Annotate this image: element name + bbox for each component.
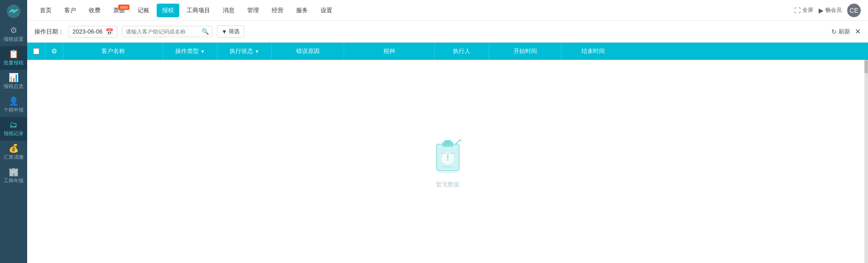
sidebar-logo (0, 0, 27, 23)
th-zhixingzhuangtai[interactable]: 执行状态 ▼ (217, 43, 272, 60)
member-label: 畅会员 (825, 6, 842, 14)
settings-icon: ⚙ (51, 47, 57, 55)
content-area: 操作日期： 2023-06-06 📅 🔍 ▼ 筛选 ↻ 刷新 (27, 21, 868, 263)
sidebar-item-piliangbaoshui[interactable]: 📋 批量报税 (0, 46, 27, 70)
fullscreen-label: 全屏 (802, 6, 813, 14)
th-caozuoleixing[interactable]: 操作类型 ▼ (163, 43, 217, 60)
gongshangnianba-icon: 🏢 (9, 168, 19, 176)
th-shuizhong: 税种 (344, 43, 435, 60)
nav-shouye[interactable]: 首页 (34, 4, 57, 17)
fullscreen-button[interactable]: ⛶ 全屏 (794, 6, 813, 14)
member-button[interactable]: ▶ 畅会员 (819, 6, 842, 14)
sidebar-item-baoshuizonglan[interactable]: 📊 报税总览 (0, 70, 27, 93)
toolbar: 操作日期： 2023-06-06 📅 🔍 ▼ 筛选 ↻ 刷新 (27, 21, 868, 43)
filter-label: 筛选 (229, 28, 240, 35)
nav-shezhi[interactable]: 设置 (315, 4, 338, 17)
nav-items: 首页 客户 收费 票据 new 记账 报税 工商项目 消息 管理 经营 服务 设… (34, 4, 794, 17)
empty-text: 暂无数据 (436, 180, 460, 189)
date-label: 操作日期： (34, 28, 64, 36)
sidebar-item-label: 个税申报 (4, 107, 24, 113)
scrollbar-thumb[interactable] (864, 60, 868, 73)
nav-fuwu[interactable]: 服务 (291, 4, 313, 17)
geshuishenbao-icon: 👤 (9, 97, 19, 105)
search-input[interactable] (122, 27, 199, 37)
nav-shoufei[interactable]: 收费 (83, 4, 106, 17)
svg-point-1 (12, 10, 15, 13)
empty-state: ! 暂无数据 (427, 134, 468, 189)
refresh-label: 刷新 (839, 28, 850, 36)
filter-button[interactable]: ▼ 筛选 (217, 25, 245, 38)
sidebar-item-label: 汇算清缴 (4, 154, 24, 161)
svg-point-12 (438, 170, 458, 173)
sort-icon-zhixing: ▼ (255, 49, 259, 54)
calendar-icon: 📅 (106, 28, 113, 35)
sidebar: ⚙ 报税设置 📋 批量报税 📊 报税总览 👤 个税申报 🗂 报税记录 💰 汇算清… (0, 0, 27, 263)
nav-kehu[interactable]: 客户 (59, 4, 82, 17)
sidebar-item-baoshuijilu[interactable]: 🗂 报税记录 (0, 117, 27, 141)
close-button[interactable]: ✕ (855, 27, 861, 36)
nav-xiaoxi[interactable]: 消息 (217, 4, 240, 17)
top-navigation: 首页 客户 收费 票据 new 记账 报税 工商项目 消息 管理 经营 服务 设… (27, 0, 868, 21)
piliangbaoshui-icon: 📋 (9, 50, 19, 58)
huisuanqingjiao-icon: 💰 (9, 144, 19, 152)
nav-jingying[interactable]: 经营 (266, 4, 289, 17)
empty-illustration: ! (427, 134, 468, 175)
table-body: ! 暂无数据 (27, 60, 868, 263)
nav-baoshui[interactable]: 报税 (157, 4, 179, 17)
sidebar-item-label: 工商年报 (4, 177, 24, 184)
svg-line-10 (456, 141, 459, 144)
search-button[interactable]: 🔍 (199, 26, 212, 37)
th-checkbox[interactable] (27, 43, 45, 60)
avatar[interactable]: CE (847, 4, 861, 17)
main-area: 首页 客户 收费 票据 new 记账 报税 工商项目 消息 管理 经营 服务 设… (27, 0, 868, 263)
svg-text:!: ! (446, 153, 449, 162)
member-icon: ▶ (819, 7, 824, 14)
baoshuishezhi-icon: ⚙ (10, 26, 17, 34)
th-jiesushijian: 结束时间 (561, 43, 625, 60)
baoshuizonglan-icon: 📊 (9, 73, 19, 82)
svg-rect-5 (445, 140, 451, 144)
sidebar-item-label: 报税总览 (4, 83, 24, 90)
th-settings[interactable]: ⚙ (45, 43, 63, 60)
date-picker[interactable]: 2023-06-06 📅 (68, 26, 117, 38)
baoshuijilu-icon: 🗂 (10, 121, 18, 129)
fullscreen-icon: ⛶ (794, 7, 801, 14)
nav-jizhang[interactable]: 记账 (132, 4, 155, 17)
topnav-right: ⛶ 全屏 ▶ 畅会员 CE (794, 4, 861, 17)
svg-marker-11 (459, 139, 461, 141)
th-kaishishijian: 开始时间 (489, 43, 561, 60)
sidebar-item-geshuishenbao[interactable]: 👤 个税申报 (0, 93, 27, 117)
th-zhixingren: 执行人 (435, 43, 489, 60)
filter-icon: ▼ (222, 29, 227, 35)
search-icon: 🔍 (201, 28, 209, 35)
date-value: 2023-06-06 (72, 28, 103, 35)
sidebar-item-label: 报税记录 (4, 130, 24, 137)
table-header: ⚙ 客户名称 操作类型 ▼ 执行状态 ▼ 错误原因 税种 (27, 43, 868, 60)
piaoju-badge: new (118, 5, 129, 10)
sidebar-item-gongshangnianba[interactable]: 🏢 工商年报 (0, 164, 27, 188)
nav-gongshangxiangmu[interactable]: 工商项目 (181, 4, 216, 17)
sidebar-item-huisuanqingjiao[interactable]: 💰 汇算清缴 (0, 141, 27, 164)
sidebar-item-label: 报税设置 (4, 36, 24, 43)
nav-guanli[interactable]: 管理 (242, 4, 264, 17)
data-table: ⚙ 客户名称 操作类型 ▼ 执行状态 ▼ 错误原因 税种 (27, 43, 868, 263)
toolbar-right: ↻ 刷新 ✕ (831, 27, 861, 36)
refresh-button[interactable]: ↻ 刷新 (831, 28, 850, 36)
scrollbar[interactable] (864, 60, 868, 263)
nav-piaoju[interactable]: 票据 new (108, 4, 130, 17)
refresh-icon: ↻ (831, 28, 837, 35)
select-all-checkbox[interactable] (33, 48, 39, 54)
th-kehumingcheng: 客户名称 (63, 43, 163, 60)
th-cuowuyuanyin: 错误原因 (272, 43, 344, 60)
sidebar-item-baoshuishezhi[interactable]: ⚙ 报税设置 (0, 23, 27, 46)
sidebar-item-label: 批量报税 (4, 59, 24, 66)
sort-icon-caozuo: ▼ (201, 49, 205, 54)
search-box: 🔍 (122, 26, 212, 37)
close-icon: ✕ (855, 28, 861, 35)
